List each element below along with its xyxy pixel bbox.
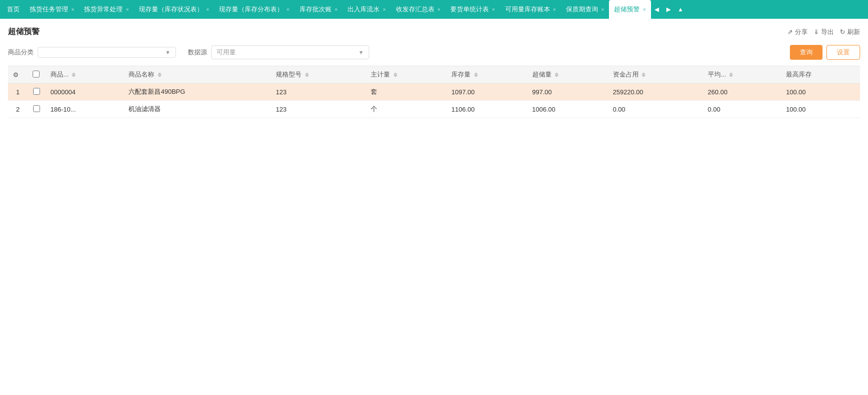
col-unit[interactable]: 主计量 [366,66,446,83]
table-row: 1 0000004 六配套新昌490BPG 123 套 1097.00 997.… [8,83,860,101]
nav-item-stock-dist[interactable]: 现存量（库存分布表） × [214,0,294,19]
overstock-qty: 997.00 [527,83,608,101]
nav-item-available[interactable]: 可用量库存账本 × [500,0,561,19]
nav-next-arrow[interactable]: ▶ [663,0,675,19]
avg-value: 0.00 [703,101,781,118]
main-content: 超储预警 ⇗ 分享 ⇓ 导出 ↻ 刷新 商品分类 ▼ 数据源 [0,19,868,395]
sort-up-arrow [642,73,646,75]
category-filter: 商品分类 ▼ [8,47,176,58]
page-header: 超储预警 ⇗ 分享 ⇓ 导出 ↻ 刷新 [8,27,860,37]
data-table: ⚙ 商品... 商品名称 [8,66,860,118]
nav-item-exception[interactable]: 拣货异常处理 × [79,0,133,19]
export-icon: ⇓ [814,28,819,36]
datasource-select[interactable]: 可用量 ▼ [211,45,369,59]
capital-usage: 259220.00 [608,83,703,101]
nav-item-shelf-life[interactable]: 保质期查询 × [561,0,609,19]
nav-item-flow[interactable]: 出入库流水 × [343,0,391,19]
nav-item-overstock[interactable]: 超储预警 × [609,0,651,19]
sort-down-arrow [393,75,397,77]
chevron-down-icon: ▼ [165,49,171,55]
col-avg[interactable]: 平均... [703,66,781,83]
avg-value: 260.00 [703,83,781,101]
close-icon[interactable]: × [492,6,495,12]
close-icon[interactable]: × [601,6,604,12]
sort-icon [642,73,646,77]
page-title: 超储预警 [8,27,40,37]
header-actions: ⇗ 分享 ⇓ 导出 ↻ 刷新 [787,28,860,37]
sort-icon [474,73,478,77]
stock-qty: 1097.00 [446,83,527,101]
sort-down-arrow [305,75,309,77]
product-code: 186-10... [45,101,124,118]
sort-down-arrow [642,75,646,77]
capital-usage: 0.00 [608,101,703,118]
sort-up-arrow [393,73,397,75]
top-nav: 首页 拣货任务管理 × 拣货异常处理 × 现存量（库存状况表） × 现存量（库存… [0,0,868,19]
col-capital[interactable]: 资金占用 [608,66,703,83]
col-overstock[interactable]: 超储量 [527,66,608,83]
max-stock: 100.00 [781,83,860,101]
col-max-stock[interactable]: 最高库存 [781,66,860,83]
sort-icon [729,73,733,77]
nav-more-arrow[interactable]: ▲ [675,0,687,19]
product-spec: 123 [271,83,366,101]
nav-item-order-stats[interactable]: 要货单统计表 × [445,0,500,19]
share-button[interactable]: ⇗ 分享 [787,28,808,37]
query-button[interactable]: 查询 [790,45,823,60]
col-select-all [28,66,45,83]
close-icon[interactable]: × [643,6,646,12]
sort-up-arrow [729,73,733,75]
close-icon[interactable]: × [335,6,338,12]
col-product-code[interactable]: 商品... [45,66,124,83]
stock-qty: 1106.00 [446,101,527,118]
refresh-button[interactable]: ↻ 刷新 [840,28,860,37]
gear-icon[interactable]: ⚙ [13,71,19,79]
sort-up-arrow [158,73,162,75]
settings-button[interactable]: 设置 [826,45,860,60]
row-number: 1 [8,83,28,101]
close-icon[interactable]: × [383,6,386,12]
nav-item-summary[interactable]: 收发存汇总表 × [391,0,445,19]
select-all-checkbox[interactable] [33,71,40,78]
product-unit: 个 [366,101,446,118]
sort-down-arrow [474,75,478,77]
col-spec[interactable]: 规格型号 [271,66,366,83]
category-label: 商品分类 [8,48,34,57]
refresh-icon: ↻ [840,28,845,36]
col-stock[interactable]: 库存量 [446,66,527,83]
table-header-row: ⚙ 商品... 商品名称 [8,66,860,83]
row-checkbox-cell [28,101,45,118]
table-row: 2 186-10... 机油滤清器 123 个 1106.00 1006.00 … [8,101,860,118]
chevron-down-icon: ▼ [358,49,364,55]
share-icon: ⇗ [787,28,793,36]
sort-up-arrow [474,73,478,75]
sort-icon [393,73,397,77]
product-code: 0000004 [45,83,124,101]
close-icon[interactable]: × [71,6,74,12]
category-select[interactable]: ▼ [38,47,176,58]
close-icon[interactable]: × [553,6,556,12]
filter-actions: 查询 设置 [790,45,860,60]
product-unit: 套 [366,83,446,101]
row-checkbox[interactable] [33,105,40,112]
nav-prev-arrow[interactable]: ◀ [651,0,663,19]
col-product-name[interactable]: 商品名称 [124,66,270,83]
export-button[interactable]: ⇓ 导出 [814,28,834,37]
nav-item-stock-status[interactable]: 现存量（库存状况表） × [134,0,214,19]
sort-icon [555,73,559,77]
row-checkbox[interactable] [33,88,40,95]
close-icon[interactable]: × [206,6,209,12]
close-icon[interactable]: × [437,6,440,12]
nav-item-batch[interactable]: 库存批次账 × [295,0,343,19]
sort-down-arrow [158,75,162,77]
nav-item-task[interactable]: 拣货任务管理 × [25,0,79,19]
row-number: 2 [8,101,28,118]
sort-down-arrow [555,75,559,77]
datasource-filter: 数据源 可用量 ▼ [188,45,369,59]
sort-icon [72,73,76,77]
product-name: 六配套新昌490BPG [124,83,270,101]
close-icon[interactable]: × [126,6,129,12]
sort-icon [158,73,162,77]
close-icon[interactable]: × [286,6,289,12]
nav-item-home[interactable]: 首页 [2,0,25,19]
